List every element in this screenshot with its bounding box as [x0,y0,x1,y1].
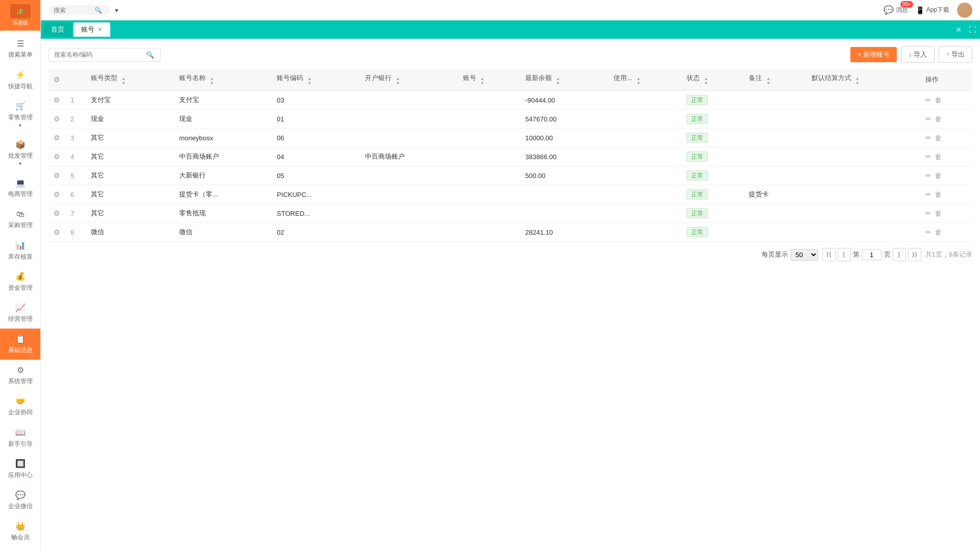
sidebar-item-label: 快捷导航 [8,82,33,91]
sidebar-item-quick-nav[interactable]: ⚡ 快捷导航 [0,64,40,95]
col-account[interactable]: 账号 ▲▼ [458,69,520,91]
sidebar-item-wholesale-mgmt[interactable]: 📦 批发管理 ▾ [0,134,40,172]
col-code[interactable]: 账号编码 ▲▼ [272,69,360,91]
row-balance: -90444.00 [520,91,608,110]
col-bank[interactable]: 开户银行 ▲▼ [360,69,457,91]
tab-close-icon[interactable]: ✕ [97,26,103,33]
edit-icon[interactable]: ✏ [925,228,932,236]
row-settings-icon[interactable]: ⚙ [54,171,60,180]
delete-icon[interactable]: 🗑 [935,115,942,123]
last-page-btn[interactable]: ⟩⟩ [908,248,921,261]
row-usage [608,223,681,242]
prev-page-btn[interactable]: ⟨ [838,248,851,261]
row-name: 零售抵现 [174,204,272,223]
col-status[interactable]: 状态 ▲▼ [681,69,744,91]
tab-close-all-icon[interactable]: ✕ [954,24,963,35]
search-icon[interactable]: 🔍 [146,51,154,59]
row-status: 正常 [681,110,744,129]
page-size-dropdown[interactable]: 50 100 200 [791,249,818,261]
sidebar-item-newbie-guide[interactable]: 📖 新手引导 [0,422,40,453]
tab-home[interactable]: 首页 [43,22,72,37]
row-account [458,110,520,129]
inventory-icon: 📊 [15,240,26,251]
row-code: PICKUPC... [272,185,360,204]
col-balance[interactable]: 最新余额 ▲▼ [520,69,608,91]
sidebar-item-basic-info[interactable]: 📋 基础信息 [0,329,40,360]
edit-icon[interactable]: ✏ [925,96,932,104]
edit-icon[interactable]: ✏ [925,171,932,180]
edit-icon[interactable]: ✏ [925,209,932,217]
row-usage [608,204,681,223]
delete-icon[interactable]: 🗑 [935,190,942,198]
purchase-icon: 🛍 [16,209,24,220]
delete-icon[interactable]: 🗑 [935,171,942,180]
row-status: 正常 [681,223,744,242]
next-page-btn[interactable]: ⟩ [893,248,906,261]
row-settings-icon[interactable]: ⚙ [54,190,60,198]
row-usage [608,147,681,166]
col-name-label: 账号名称 [179,74,206,82]
topbar-right: 💬 99+ 消息 📱 App下载 [884,3,972,18]
wholesale-icon: 📦 [15,139,26,151]
edit-icon[interactable]: ✏ [925,115,932,123]
col-type[interactable]: 账号类型 ▲▼ [86,69,174,91]
tab-expand-icon[interactable]: ⛶ [967,24,977,35]
col-usage[interactable]: 使用... ▲▼ [608,69,681,91]
row-remark [744,223,806,242]
col-default-settle[interactable]: 默认结算方式 ▲▼ [806,69,921,91]
delete-icon[interactable]: 🗑 [935,209,942,217]
edit-icon[interactable]: ✏ [925,134,932,142]
col-name[interactable]: 账号名称 ▲▼ [174,69,272,91]
row-status: 正常 [681,204,744,223]
row-settings-icon[interactable]: ⚙ [54,115,60,123]
export-button[interactable]: ↑ 导出 [939,46,972,63]
sidebar-item-system-mgmt[interactable]: ⚙ 系统管理 [0,360,40,391]
sidebar-item-enterprise-agreement[interactable]: 🤝 企业协同 [0,391,40,422]
sidebar-item-purchase-mgmt[interactable]: 🛍 采购管理 [0,204,40,235]
row-settings-icon[interactable]: ⚙ [54,153,60,161]
row-code: 05 [272,166,360,185]
topbar-search-input[interactable] [54,7,94,14]
delete-icon[interactable]: 🗑 [935,96,942,104]
row-usage [608,110,681,129]
row-name: moneybosx [174,129,272,147]
import-button[interactable]: ↓ 导入 [901,46,935,63]
delete-icon[interactable]: 🗑 [935,153,942,161]
row-settings-icon[interactable]: ⚙ [54,209,60,217]
first-page-btn[interactable]: ⟨⟨ [822,248,836,261]
tab-account-label: 账号 [81,25,94,34]
tab-account[interactable]: 账号 ✕ [74,22,110,37]
add-account-button[interactable]: + 新增账号 [850,47,897,62]
page-number-input[interactable] [862,249,882,260]
user-avatar[interactable] [957,3,972,18]
edit-icon[interactable]: ✏ [925,190,932,198]
row-settings-icon[interactable]: ⚙ [54,228,60,236]
row-status: 正常 [681,91,744,110]
sidebar: 🐝 乐惠版 ☰ 搜索菜单 ⚡ 快捷导航 🛒 零售管理 ▾ 📦 批发管理 ▾ 💻 … [0,0,41,551]
sidebar-item-ecommerce-mgmt[interactable]: 💻 电商管理 [0,172,40,204]
sidebar-item-operation-mgmt[interactable]: 📈 经营管理 [0,297,40,329]
sidebar-item-search-menu[interactable]: ☰ 搜索菜单 [0,33,40,64]
topbar-app-download-btn[interactable]: 📱 App下载 [916,6,949,14]
pagination: 每页显示 50 100 200 ⟨⟨ ⟨ 第 页 ⟩ ⟩⟩ 共1页，8条记录 [48,242,972,261]
topbar-message-btn[interactable]: 💬 99+ 消息 [884,5,908,15]
sidebar-item-app-center[interactable]: 🔲 应用中心 [0,453,40,484]
delete-icon[interactable]: 🗑 [935,134,942,142]
sidebar-item-enterprise-wechat[interactable]: 💬 企业微信 [0,485,40,516]
sort-icon: ▲▼ [704,77,708,86]
col-remark[interactable]: 备注 ▲▼ [744,69,806,91]
page-input: 第 页 [853,249,891,260]
topbar-dropdown[interactable]: ▾ [115,6,118,14]
sidebar-item-inventory[interactable]: 📊 库存核算 [0,235,40,266]
settings-icon[interactable]: ⚙ [54,76,60,84]
edit-icon[interactable]: ✏ [925,153,932,161]
sidebar-item-finance-mgmt[interactable]: 💰 资金管理 [0,266,40,297]
row-settings-icon[interactable]: ⚙ [54,134,60,142]
newbie-icon: 📖 [15,427,26,438]
row-settings-icon[interactable]: ⚙ [54,96,60,104]
sidebar-item-vip[interactable]: 👑 畅会员 [0,516,40,547]
content-search-input[interactable] [54,51,146,58]
sidebar-item-retail-mgmt[interactable]: 🛒 零售管理 ▾ [0,95,40,134]
col-account-label: 账号 [463,74,476,82]
delete-icon[interactable]: 🗑 [935,228,942,236]
